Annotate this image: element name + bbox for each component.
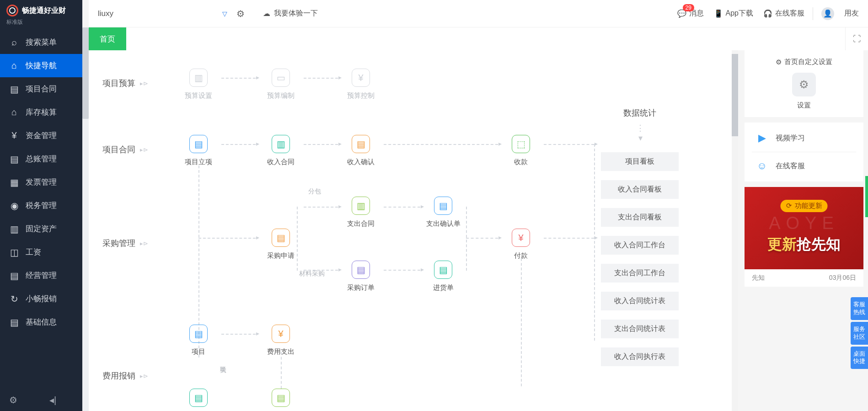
node-budget-control[interactable]: ¥预算控制 xyxy=(340,69,381,100)
nav-business[interactable]: ▤经营管理 xyxy=(0,264,82,287)
dots-icon: ⋮▾ xyxy=(601,123,679,143)
node-project-init[interactable]: ▤项目立项 xyxy=(178,135,219,166)
stat-income-stats[interactable]: 收入合同统计表 xyxy=(601,292,679,310)
banner-text: 更新抢先知 xyxy=(745,235,863,255)
bfoot-left: 先知 xyxy=(752,274,765,282)
float-community[interactable]: 服务社区 xyxy=(851,322,868,345)
custom-header: ⚙首页自定义设置 xyxy=(752,58,856,66)
float-hotline[interactable]: 客服热线 xyxy=(851,297,868,320)
support-icon: ☺ xyxy=(755,160,768,172)
nav-contract[interactable]: ▤项目合同 xyxy=(0,77,82,101)
logo-icon xyxy=(6,5,18,16)
fullscreen-icon[interactable]: ⛶ xyxy=(845,27,868,50)
right-panel: ⚙首页自定义设置 ⚙ 设置 ▶视频学习 ☺在线客服 ⟳功能更新 AOYE 更新抢… xyxy=(745,50,863,411)
nav-asset[interactable]: ▥固定资产 xyxy=(0,217,82,240)
tab-home[interactable]: 首页 xyxy=(89,27,126,50)
gear-icon[interactable]: ⚙ xyxy=(236,8,245,19)
sec-purchase-title: 采购管理 xyxy=(102,238,135,249)
section-contract: 项目合同▸⊳ xyxy=(102,144,148,155)
triangle-icon: ▸⊳ xyxy=(140,80,148,87)
stat-income-exec[interactable]: 收入合同执行表 xyxy=(601,347,679,366)
node-purchase-request[interactable]: ▤采购申请 xyxy=(260,229,301,260)
node-expense-confirm[interactable]: ▤支出确认单 xyxy=(423,197,464,228)
nav-search[interactable]: ⌕搜索菜单 xyxy=(0,31,82,54)
stat-project-board[interactable]: 项目看板 xyxy=(601,152,679,171)
main-scrollbar[interactable] xyxy=(732,50,738,411)
node-receive[interactable]: ⬚收款 xyxy=(500,135,541,166)
stat-expense-stats[interactable]: 支出合同统计表 xyxy=(601,320,679,338)
user-name[interactable]: 用友 xyxy=(844,9,859,18)
sidebar-footer: ⚙ ◂| xyxy=(0,389,82,411)
banner-tag: ⟳功能更新 xyxy=(781,200,828,212)
node-receipt[interactable]: ▤进货单 xyxy=(423,261,464,292)
nav-funds[interactable]: ¥资金管理 xyxy=(0,124,82,147)
ledger-icon: ▤ xyxy=(9,154,19,164)
float-shortcut[interactable]: 桌面快捷 xyxy=(851,347,868,369)
nav-reimburse[interactable]: ↻小畅报销 xyxy=(0,287,82,310)
node-income-contract[interactable]: ▥收入合同 xyxy=(260,135,301,166)
node-budget-compile[interactable]: ▭预算编制 xyxy=(260,69,301,100)
stat-expense-board[interactable]: 支出合同看板 xyxy=(601,208,679,227)
banner[interactable]: ⟳功能更新 AOYE 更新抢先知 xyxy=(745,187,863,269)
stat-income-workbench[interactable]: 收入合同工作台 xyxy=(601,236,679,255)
nav-invoice[interactable]: ▦发票管理 xyxy=(0,171,82,194)
sidebar-scrollbar[interactable] xyxy=(82,27,89,411)
collapse-icon[interactable]: ◂| xyxy=(49,395,56,406)
banner-ghost: AOYE xyxy=(745,214,863,233)
planet-icon: ☁ xyxy=(263,9,270,18)
custom-card: ⚙首页自定义设置 ⚙ 设置 xyxy=(745,50,863,117)
node-budget-setting[interactable]: ▥预算设置 xyxy=(178,69,219,100)
yen-icon: ¥ xyxy=(9,131,19,141)
settings-icon[interactable]: ⚙ xyxy=(9,395,17,406)
headset-icon: 🎧 xyxy=(763,9,772,18)
link-video[interactable]: ▶视频学习 xyxy=(752,124,856,152)
stats-title: 数据统计 xyxy=(601,107,679,118)
asset-icon: ▥ xyxy=(9,224,19,234)
stats-panel: 数据统计 ⋮▾ 项目看板 收入合同看板 支出合同看板 收入合同工作台 支出合同工… xyxy=(601,107,679,375)
tabbar: 首页 ⛶ xyxy=(89,27,868,50)
nav-tax[interactable]: ◉税务管理 xyxy=(0,194,82,217)
stat-expense-workbench[interactable]: 支出合同工作台 xyxy=(601,264,679,283)
nav-inventory[interactable]: ⌂库存核算 xyxy=(0,101,82,124)
brand-edition: 标准版 xyxy=(0,18,82,31)
basic-icon: ▤ xyxy=(9,317,19,327)
stat-income-board[interactable]: 收入合同看板 xyxy=(601,180,679,199)
sidebar: 畅捷通好业财 标准版 ⌕搜索菜单 ⌂快捷导航 ▤项目合同 ⌂库存核算 ¥资金管理… xyxy=(0,0,82,411)
settings-label: 设置 xyxy=(752,101,856,110)
links-card: ▶视频学习 ☺在线客服 xyxy=(745,123,863,181)
sec-contract-title: 项目合同 xyxy=(102,144,135,155)
topbar: liuxy ▽ ⚙ ☁ 我要体验一下 💬 消息 29 📱 App下载 🎧 在线客… xyxy=(89,0,868,27)
try-button[interactable]: ☁ 我要体验一下 xyxy=(263,9,318,18)
nav-ledger[interactable]: ▤总账管理 xyxy=(0,147,82,171)
main-canvas: 项目预算▸⊳ ▥预算设置 ▭预算编制 ¥预算控制 项目合同▸⊳ ▤项目立项 ▥收… xyxy=(89,50,738,411)
salary-icon: ◫ xyxy=(9,247,19,257)
video-icon: ▶ xyxy=(755,132,768,144)
logo: 畅捷通好业财 xyxy=(0,0,82,18)
nav-basic[interactable]: ▤基础信息 xyxy=(0,310,82,334)
download-button[interactable]: 📱 App下载 xyxy=(714,9,753,18)
node-income-confirm[interactable]: ▤收入确认 xyxy=(340,135,381,166)
org-selector[interactable]: liuxy ▽ xyxy=(98,9,227,18)
node-expense-contract[interactable]: ▥支出合同 xyxy=(340,197,381,228)
settings-button[interactable]: ⚙ xyxy=(792,73,816,96)
triangle-icon: ▸⊳ xyxy=(140,373,148,379)
link-service[interactable]: ☺在线客服 xyxy=(752,152,856,180)
nav-list: ⌕搜索菜单 ⌂快捷导航 ▤项目合同 ⌂库存核算 ¥资金管理 ▤总账管理 ▦发票管… xyxy=(0,31,82,334)
messages-button[interactable]: 💬 消息 29 xyxy=(677,9,704,18)
chevron-down-icon: ▽ xyxy=(222,10,227,17)
nav-salary[interactable]: ◫工资 xyxy=(0,240,82,264)
invoice-icon: ▦ xyxy=(9,177,19,187)
node-pay[interactable]: ¥付款 xyxy=(500,229,541,260)
node-expense-out[interactable]: ¥费用支出 xyxy=(260,325,301,356)
node-bottom-1[interactable]: ▤ xyxy=(178,389,219,411)
node-bottom-2[interactable]: ▤ xyxy=(260,389,301,411)
node-project[interactable]: ▤项目 xyxy=(178,325,219,356)
service-button[interactable]: 🎧 在线客服 xyxy=(763,9,804,18)
sec-expense-title: 费用报销 xyxy=(102,370,135,381)
avatar[interactable]: 👤 xyxy=(821,7,834,20)
nav-quick[interactable]: ⌂快捷导航 xyxy=(0,54,82,77)
org-name: liuxy xyxy=(98,9,113,18)
phone-icon: 📱 xyxy=(714,9,723,18)
gear-icon: ⚙ xyxy=(776,58,782,66)
node-purchase-order[interactable]: ▤采购订单 xyxy=(340,261,381,292)
